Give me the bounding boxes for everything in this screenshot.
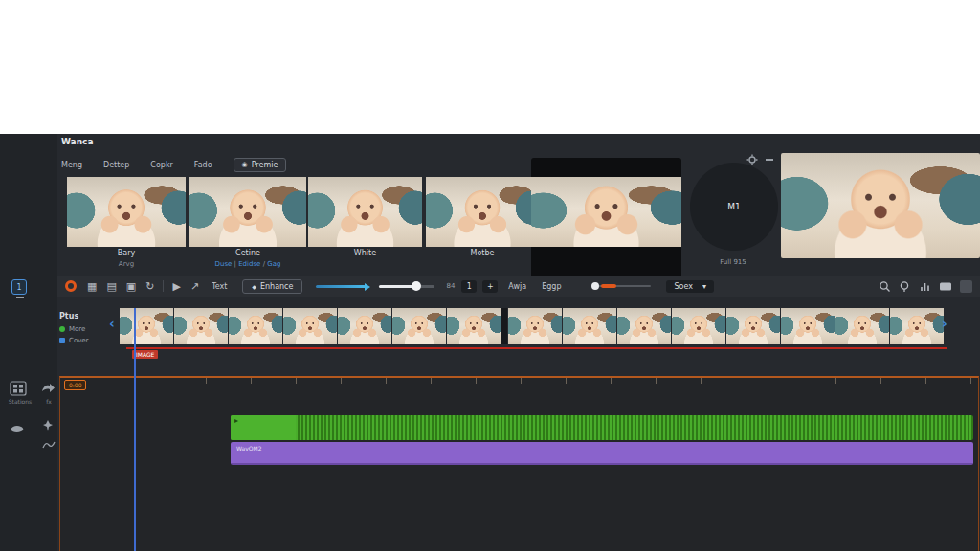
clip-title: Motbe [426, 249, 539, 257]
track-count-tool[interactable]: 1 [11, 279, 27, 295]
zoom-slider-knob[interactable] [412, 281, 421, 291]
gear-icon[interactable] [746, 154, 758, 165]
clip-thumbnail[interactable] [189, 177, 306, 247]
clip-link[interactable]: Gag [267, 260, 280, 268]
pin-icon[interactable] [42, 419, 54, 432]
timeline-thumbnail[interactable] [781, 308, 835, 344]
timeline-filmstrip[interactable] [120, 308, 944, 346]
curve-icon[interactable] [42, 440, 56, 450]
strip-right-chevron-icon[interactable]: › [942, 316, 947, 331]
timeline-thumbnail[interactable] [890, 308, 944, 344]
enhance-button-label: Enhance [260, 282, 294, 291]
zoom-value: 84 [446, 282, 455, 290]
toolbar-label-a[interactable]: Awja [508, 282, 526, 291]
ruler-tick [656, 378, 657, 384]
timeline-thumbnail[interactable] [392, 308, 446, 344]
speed-dropdown[interactable]: Soex ▾ [666, 280, 714, 293]
playhead[interactable] [134, 308, 136, 551]
preview-monitor[interactable] [781, 153, 980, 258]
timeline-thumbnail[interactable] [617, 308, 671, 344]
track-toggle-blue[interactable]: Cover [59, 337, 119, 344]
card-view-icon[interactable]: ▤ [106, 281, 116, 292]
speed-dropdown-value: Soex [674, 282, 693, 291]
timeline-thumbnail[interactable] [229, 308, 282, 344]
plus-button[interactable]: + [482, 280, 498, 293]
ruler-tick [521, 378, 522, 384]
timeline-thumbnail[interactable] [283, 308, 337, 344]
pointer-icon[interactable]: ↗ [190, 281, 199, 292]
timeline-thumbnail[interactable] [672, 308, 725, 344]
audio-track-head[interactable] [231, 415, 296, 440]
timeline-thumbnail[interactable] [563, 308, 616, 344]
clip-card[interactable]: White [308, 134, 422, 277]
left-rail: 1 Stations fx [0, 134, 57, 551]
toolbar: ▦ ▤ ▣ ↻ ▶ ↗ Text ◆ Enhance 84 1 + Awja E… [0, 276, 980, 297]
volume-slider[interactable] [595, 285, 651, 287]
undo-icon[interactable]: ↻ [145, 281, 154, 292]
toolbar-label-b[interactable]: Eggp [542, 282, 561, 291]
green-dot-icon [59, 326, 65, 332]
selected-clip-frame[interactable] [531, 158, 681, 278]
clip-card[interactable]: Motbe [426, 134, 539, 277]
mode-circle-button[interactable]: M1 [690, 163, 778, 251]
panel-toggle-icon[interactable] [960, 280, 972, 293]
timeline-thumbnail[interactable] [338, 308, 391, 344]
selection-underline [126, 347, 947, 349]
sparkle-icon: ◆ [252, 283, 256, 290]
clip-link[interactable]: Duse [215, 260, 233, 268]
frame-input[interactable]: 1 [461, 280, 477, 293]
ruler-tick [746, 378, 746, 384]
audio-waveform-track[interactable]: ▸ [231, 415, 973, 440]
text-tool-button[interactable]: Text [212, 282, 227, 291]
enhance-button[interactable]: ◆ Enhance [242, 279, 302, 294]
timeline-thumbnail[interactable] [174, 308, 228, 344]
clip-thumbnail[interactable] [426, 177, 539, 247]
sticker-icon[interactable] [10, 423, 25, 434]
clip-link[interactable]: Edidse [238, 260, 260, 268]
layers-icon[interactable]: ▣ [126, 281, 136, 292]
rail-item-label: fx [42, 398, 56, 405]
ruler-tick [701, 378, 702, 384]
clip-links: Duse | Edidse / Gag [189, 260, 306, 268]
mode-panel: M1 Full 915 [670, 151, 796, 276]
timeline-thumbnail[interactable] [835, 308, 889, 344]
search-icon[interactable] [879, 280, 891, 293]
timeline-thumbnail[interactable] [447, 308, 501, 344]
track-toggle-label: More [69, 325, 85, 333]
screen-icon[interactable] [939, 281, 952, 292]
media-grid-icon[interactable] [10, 381, 27, 396]
record-icon[interactable] [65, 280, 77, 292]
zoom-fit-icon[interactable] [899, 280, 911, 293]
minimize-dash-icon[interactable] [766, 159, 773, 161]
timeline-thumbnail[interactable] [120, 308, 173, 344]
clip-card[interactable]: Bary Arvg [67, 134, 186, 277]
clip-title: Cetine [189, 249, 306, 257]
volume-slider-knob[interactable] [591, 282, 599, 290]
timeline-thumbnail[interactable] [508, 308, 562, 344]
ruler-tick [431, 378, 432, 384]
progress-indicator [316, 285, 366, 288]
clip-card[interactable]: Cetine Duse | Edidse / Gag [189, 134, 306, 277]
screen: Wanca Meng Dettep Copkr Fado ◉ Premie Ba… [0, 0, 980, 551]
blue-square-icon [59, 338, 65, 343]
forward-icon[interactable] [40, 381, 56, 394]
selected-clip-thumbnail[interactable] [531, 177, 681, 247]
ruler-tick [206, 378, 207, 384]
clip-title: Bary [67, 249, 186, 257]
ruler-tick [386, 378, 387, 384]
strip-left-chevron-icon[interactable]: ‹ [109, 316, 115, 331]
levels-icon[interactable] [919, 280, 931, 293]
ruler-tick [296, 378, 297, 384]
ruler-tick [835, 378, 836, 384]
zoom-slider[interactable] [379, 285, 434, 288]
clip-thumbnail[interactable] [67, 177, 186, 247]
timeline-panel[interactable]: 0:00 ▸ WavOM2 [59, 376, 979, 551]
play-icon[interactable]: ▶ [172, 281, 180, 292]
grid-view-icon[interactable]: ▦ [87, 281, 97, 292]
ruler-tick [611, 378, 612, 384]
timeline-thumbnail[interactable] [726, 308, 780, 344]
music-track[interactable]: WavOM2 [231, 442, 973, 465]
clip-thumbnail[interactable] [308, 177, 422, 247]
ruler-tick [925, 378, 926, 384]
mode-caption: Full 915 [670, 258, 796, 266]
